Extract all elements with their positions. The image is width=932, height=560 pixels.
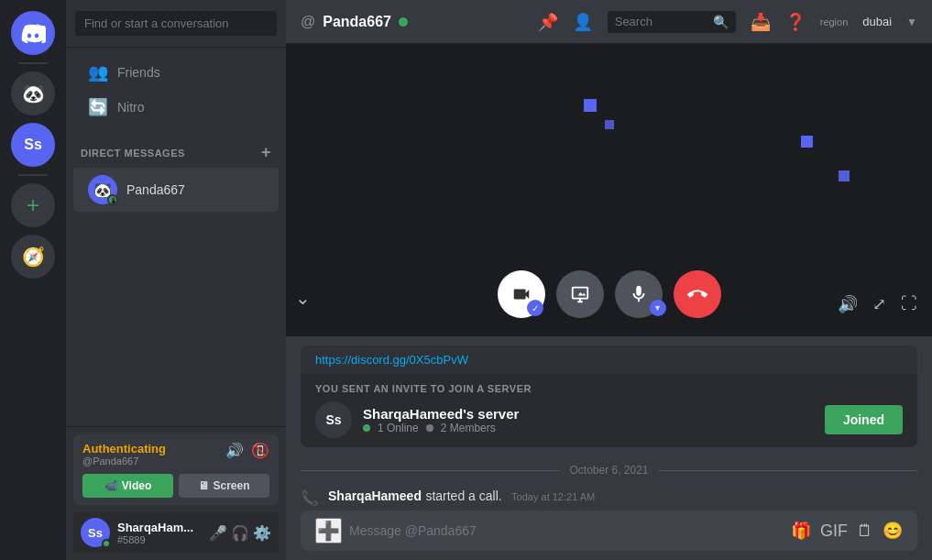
extra-controls: 🔊 ⤢ ⛶	[838, 294, 917, 314]
video-icon: 📹	[104, 479, 118, 492]
screen-share-button[interactable]: 🖥 Screen	[179, 474, 269, 498]
dm-section-header: DIRECT MESSAGES +	[66, 132, 286, 168]
user-bar-name: SharqaHam...	[117, 521, 202, 534]
invite-link[interactable]: https://discord.gg/0X5cbPvW	[301, 346, 917, 374]
nitro-icon: 🔄	[88, 97, 108, 117]
inbox-icon[interactable]: 📥	[751, 12, 771, 32]
volume-icon[interactable]: 🔊	[838, 294, 858, 314]
date-divider: October 6, 2021	[286, 456, 932, 484]
region-value[interactable]: dubai	[862, 15, 892, 28]
mobile-status-badge: 📱	[107, 194, 118, 205]
header-online-dot	[399, 17, 408, 27]
user-bar-tag: #5889	[117, 534, 202, 545]
chevron-down-button[interactable]: ⌄	[295, 287, 311, 309]
video-toggle-button[interactable]: ✓	[498, 270, 545, 318]
video-area: ⌄ ✓ ▼	[286, 44, 932, 336]
auth-username: @Panda667	[82, 456, 166, 467]
auth-status-label: Authenticating	[82, 442, 166, 456]
call-controls: ✓ ▼	[498, 270, 721, 318]
message-actions: 🎁 GIF 🗒 😊	[791, 521, 903, 541]
invite-label: YOU SENT AN INVITE TO JOIN A SERVER	[315, 383, 903, 394]
message-input[interactable]	[349, 523, 784, 538]
add-server-button[interactable]: +	[11, 183, 55, 227]
search-box: 🔍	[608, 11, 736, 33]
gif-icon[interactable]: GIF	[820, 522, 848, 541]
mute-button[interactable]: 🎤	[209, 524, 227, 542]
user-online-dot	[102, 539, 111, 548]
video-call-button[interactable]: 📹 Video	[82, 474, 173, 498]
region-chevron-icon: ▼	[906, 16, 917, 28]
screen-share-ctrl-button[interactable]	[556, 270, 604, 318]
dm-contact-panda667[interactable]: 🐼 📱 Panda667	[73, 168, 279, 212]
deco-square-4	[839, 170, 850, 181]
add-dm-button[interactable]: +	[261, 143, 271, 162]
help-icon[interactable]: ❓	[785, 12, 806, 32]
header-left: @ Panda667	[301, 14, 408, 30]
call-message-content: SharqaHameed started a call. Today at 12…	[328, 488, 595, 504]
search-input-header[interactable]	[615, 15, 707, 28]
disconnect-icon-button[interactable]: 📵	[251, 442, 269, 459]
server-rail: 🐼 Ss + 🧭	[0, 0, 66, 560]
friends-icon: 👥	[88, 62, 108, 82]
rail-divider	[18, 62, 48, 64]
region-label: region	[820, 16, 849, 27]
dm-bottom: Authenticating @Panda667 🔊 📵 📹 Video 🖥 S…	[66, 426, 286, 560]
add-friend-icon[interactable]: 👤	[573, 12, 593, 32]
contact-avatar-panda667: 🐼 📱	[88, 175, 117, 204]
emoji-icon[interactable]: 😊	[883, 521, 903, 541]
message-text: started a call.	[425, 489, 501, 503]
date-line-right	[658, 470, 917, 471]
date-label: October 6, 2021	[569, 464, 648, 477]
explore-button[interactable]: 🧭	[11, 235, 55, 279]
join-server-button[interactable]: Joined	[825, 405, 903, 434]
header-right: 📌 👤 🔍 📥 ❓ region dubai ▼	[538, 11, 917, 33]
message-input-bar: ➕ 🎁 GIF 🗒 😊	[301, 511, 917, 551]
mute-btn-wrapper: ▼	[615, 270, 663, 318]
add-message-button[interactable]: ➕	[315, 518, 342, 544]
main-header: @ Panda667 📌 👤 🔍 📥 ❓ region dubai ▼	[286, 0, 932, 44]
end-call-button[interactable]	[674, 270, 721, 318]
at-symbol: @	[301, 14, 315, 30]
online-count: 1 Online	[378, 422, 419, 434]
nitro-label: Nitro	[117, 100, 145, 115]
fullscreen-icon[interactable]: ⛶	[901, 294, 917, 314]
server-avatar-ss[interactable]: Ss	[11, 123, 55, 167]
contact-name-panda667: Panda667	[126, 182, 185, 197]
mute-badge: ▼	[650, 300, 666, 316]
search-icon: 🔍	[713, 15, 729, 29]
screen-icon: 🖥	[198, 479, 209, 492]
status-dot	[47, 107, 55, 115]
headset-button[interactable]: 🎧	[231, 524, 249, 542]
user-bar: Ss SharqaHam... #5889 🎤 🎧 ⚙️	[73, 512, 279, 553]
deco-square-3	[801, 136, 813, 148]
auth-status-bar: Authenticating @Panda667 🔊 📵 📹 Video 🖥 S…	[73, 434, 279, 505]
header-username: Panda667	[323, 14, 391, 30]
search-input[interactable]	[75, 11, 277, 36]
server-initials: Ss	[325, 412, 341, 427]
sound-icon-button[interactable]: 🔊	[225, 442, 244, 459]
invite-server: Ss SharqaHameed's server 1 Online 2 Memb…	[315, 401, 903, 438]
dm-panel: 👥 Friends 🔄 Nitro DIRECT MESSAGES + 🐼 📱 …	[66, 0, 286, 560]
main-area: @ Panda667 📌 👤 🔍 📥 ❓ region dubai ▼ ⌄	[286, 0, 932, 560]
user-bar-avatar: Ss	[81, 518, 110, 547]
pin-icon[interactable]: 📌	[538, 12, 558, 32]
invite-inner: YOU SENT AN INVITE TO JOIN A SERVER Ss S…	[301, 374, 917, 447]
member-count: 2 Members	[441, 422, 496, 434]
deco-square-2	[605, 120, 614, 129]
nitro-nav-item[interactable]: 🔄 Nitro	[73, 90, 279, 125]
settings-button[interactable]: ⚙️	[253, 524, 271, 542]
server-avatar-panda[interactable]: 🐼	[11, 71, 55, 115]
date-line-left	[301, 470, 560, 471]
deco-square-1	[584, 99, 597, 112]
user-bar-controls: 🎤 🎧 ⚙️	[209, 524, 271, 542]
gift-icon[interactable]: 🎁	[791, 521, 811, 541]
friends-nav-item[interactable]: 👥 Friends	[73, 55, 279, 90]
call-icon: 📞	[301, 489, 319, 507]
dm-section-title: DIRECT MESSAGES	[81, 148, 185, 159]
online-indicator	[363, 424, 370, 432]
popout-icon[interactable]: ⤢	[872, 294, 886, 314]
rail-divider-2	[18, 174, 48, 176]
discord-logo[interactable]	[11, 11, 55, 55]
server-details: SharqaHameed's server 1 Online 2 Members	[363, 406, 519, 434]
sticker-icon[interactable]: 🗒	[857, 522, 873, 541]
